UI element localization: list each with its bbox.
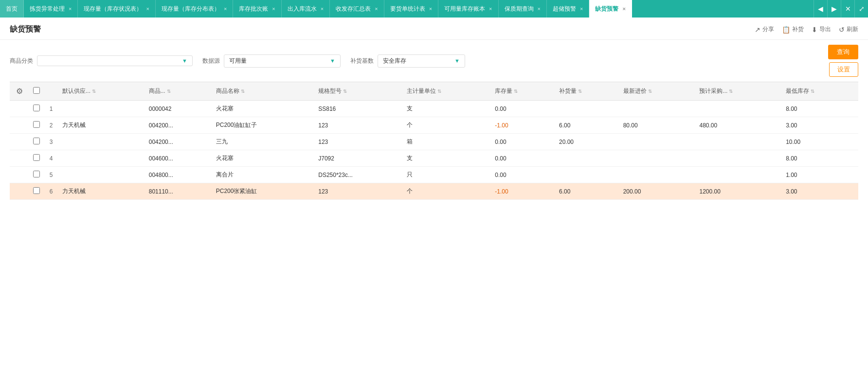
row-checkbox[interactable] [33,187,40,194]
row-checkbox-cell[interactable] [29,134,44,150]
column-product-name[interactable]: 商品名称 ⇅ [212,82,314,101]
row-settings-cell [10,167,29,183]
row-checkbox-cell[interactable] [29,150,44,167]
row-product-code: 004200... [145,134,212,150]
column-settings-icon[interactable]: ⚙ [16,87,23,95]
row-supplier [58,134,145,150]
close-tab-inout-flow[interactable]: × [321,6,324,12]
row-stock: 0.00 [491,101,555,117]
datasource-filter-group: 数据源 可用量 ▼ [202,54,341,68]
close-tab-batch[interactable]: × [272,6,275,12]
tab-inventory-dist[interactable]: 现存量（库存分布表） × [156,0,233,18]
sort-supplier-icon: ⇅ [92,88,96,94]
tab-scroll-right[interactable]: ▶ [827,0,841,18]
row-replenish [555,150,619,167]
column-settings[interactable]: ⚙ [10,82,29,101]
row-stock: -1.00 [491,183,555,200]
sort-spec-icon: ⇅ [343,88,347,94]
refresh-button[interactable]: ↺ 刷新 [839,25,858,34]
export-button[interactable]: ⬇ 导出 [812,25,831,34]
table-row: 4 004600... 火花塞 J7092 支 0.00 8.00 [10,150,858,167]
datasource-select[interactable]: 可用量 ▼ [224,54,341,68]
close-tab-expiry[interactable]: × [538,6,541,12]
close-tab-inventory-dist[interactable]: × [224,6,227,12]
row-spec: 123 [314,183,402,200]
column-spec[interactable]: 规格型号 ⇅ [314,82,402,101]
tab-batch[interactable]: 库存批次账 × [233,0,281,18]
row-settings-cell [10,101,29,117]
refresh-icon: ↺ [839,26,845,34]
row-min-stock: 8.00 [782,101,858,117]
close-tab-available-ledger[interactable]: × [489,6,492,12]
category-label: 商品分类 [10,57,33,65]
row-product-code: 004800... [145,167,212,183]
table-row: 2 力天机械 004200... PC200油缸缸子 123 个 -1.00 6… [10,117,858,134]
row-checkbox-cell[interactable] [29,117,44,134]
row-min-stock: 3.00 [782,183,858,200]
row-unit: 支 [403,150,491,167]
tab-order-stats[interactable]: 要货单统计表 × [384,0,438,18]
row-est-purchase [695,134,782,150]
column-latest-price[interactable]: 最新进价 ⇅ [619,82,696,101]
category-select[interactable]: ▼ [37,55,193,66]
tab-close-all[interactable]: ✕ [841,0,854,18]
page-title: 缺货预警 [10,24,755,35]
row-spec: 123 [314,134,402,150]
close-tab-shortage[interactable]: × [622,6,625,12]
column-product-code[interactable]: 商品... ⇅ [145,82,212,101]
row-checkbox[interactable] [33,154,40,161]
row-checkbox[interactable] [33,121,40,128]
column-stock[interactable]: 库存量 ⇅ [491,82,555,101]
replenish-button[interactable]: 📋 补货 [782,25,804,34]
table-body: 1 0000042 火花塞 SS816 支 0.00 8.00 2 力天机械 0… [10,101,858,200]
row-checkbox[interactable] [33,138,40,144]
row-supplier: 力天机械 [58,183,145,200]
replenish-base-select[interactable]: 安全库存 ▼ [378,54,465,68]
tab-home[interactable]: 首页 [0,0,24,18]
row-checkbox-cell[interactable] [29,101,44,117]
share-button[interactable]: ↗ 分享 [755,25,774,34]
tab-abnormal[interactable]: 拣货异常处理 × [24,0,78,18]
select-all-checkbox[interactable] [33,87,40,94]
tab-scroll-left[interactable]: ◀ [814,0,827,18]
column-supplier[interactable]: 默认供应... ⇅ [58,82,145,101]
row-min-stock: 10.00 [782,134,858,150]
row-spec: J7092 [314,150,402,167]
row-product-name: PC200油缸缸子 [212,117,314,134]
tab-available-ledger[interactable]: 可用量库存账本 × [438,0,498,18]
close-tab-abnormal[interactable]: × [69,6,72,12]
close-tab-overstock[interactable]: × [580,6,583,12]
column-est-purchase[interactable]: 预计采购... ⇅ [695,82,782,101]
row-checkbox[interactable] [33,171,40,177]
column-replenish[interactable]: 补货量 ⇅ [555,82,619,101]
replenish-base-value: 安全库存 [383,57,406,65]
column-checkbox-all[interactable] [29,82,44,101]
tab-maximize[interactable]: ⤢ [854,0,868,18]
tab-overstock[interactable]: 超储预警 × [547,0,589,18]
row-checkbox-cell[interactable] [29,167,44,183]
tab-inout-flow[interactable]: 出入库流水 × [282,0,330,18]
row-checkbox-cell[interactable] [29,183,44,200]
tab-shortage[interactable]: 缺货预警 × [589,0,632,18]
sort-est-purchase-icon: ⇅ [729,88,733,94]
row-checkbox[interactable] [33,105,40,111]
close-tab-order-stats[interactable]: × [429,6,432,12]
row-index: 6 [44,183,58,200]
row-settings-cell [10,134,29,150]
query-button[interactable]: 查询 [828,45,858,59]
row-index: 5 [44,167,58,183]
tab-collect-summary[interactable]: 收发存汇总表 × [330,0,384,18]
close-tab-collect-summary[interactable]: × [375,6,378,12]
tab-inventory-status[interactable]: 现存量（库存状况表） × [78,0,155,18]
close-tab-inventory-status[interactable]: × [146,6,149,12]
row-product-name: 离合片 [212,167,314,183]
column-min-stock[interactable]: 最低库存 ⇅ [782,82,858,101]
tab-expiry[interactable]: 保质期查询 × [499,0,547,18]
row-unit: 只 [403,167,491,183]
table-row: 6 力天机械 801110... PC200张紧油缸 123 个 -1.00 6… [10,183,858,200]
replenish-icon: 📋 [782,26,790,34]
column-unit[interactable]: 主计量单位 ⇅ [403,82,491,101]
row-unit: 个 [403,117,491,134]
settings-button[interactable]: 设置 [829,62,858,77]
filter-right-actions: 查询 设置 [828,45,858,77]
